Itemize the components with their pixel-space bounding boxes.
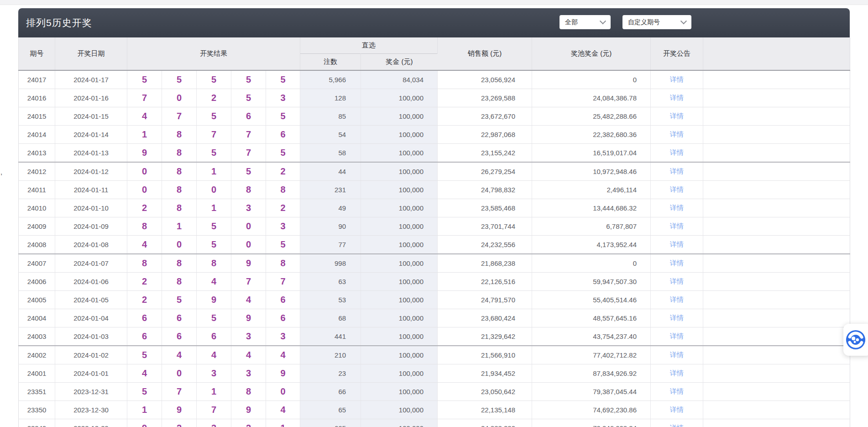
notice-cell: 详情 (651, 181, 703, 199)
result-digit-1: 2 (127, 273, 162, 291)
notice-cell: 详情 (651, 217, 703, 236)
col-header-zhixuan-group: 直选 (300, 37, 438, 54)
sales-cell: 23,680,424 (438, 309, 532, 327)
detail-link[interactable]: 详情 (670, 148, 684, 156)
date-cell: 2024-01-06 (55, 273, 127, 291)
filler-cell (703, 181, 850, 199)
result-digit-2: 8 (162, 144, 197, 163)
result-digit-3: 5 (197, 236, 231, 254)
pool-cell: 10,972,948.46 (532, 162, 651, 181)
result-digit-3: 6 (197, 327, 231, 346)
detail-link[interactable]: 详情 (670, 351, 684, 358)
detail-link[interactable]: 详情 (670, 277, 684, 285)
col-header-pool: 奖池奖金 (元) (532, 37, 651, 70)
result-digit-5: 5 (266, 70, 300, 89)
period-cell: 24015 (19, 107, 55, 126)
filter-all-value: 全部 (565, 18, 578, 26)
result-digit-2: 0 (162, 89, 197, 107)
filler-cell (703, 107, 850, 126)
sales-cell: 23,585,468 (438, 199, 532, 217)
detail-link[interactable]: 详情 (670, 259, 684, 267)
table-row: 240082024-01-084050577100,00024,232,5564… (19, 236, 850, 254)
detail-link[interactable]: 详情 (670, 424, 684, 427)
bets-cell: 77 (300, 236, 361, 254)
result-digit-4: 3 (231, 327, 266, 346)
pool-cell: 25,482,288.66 (532, 107, 651, 126)
period-cell: 24013 (19, 144, 55, 163)
filler-cell (703, 401, 850, 419)
detail-link[interactable]: 详情 (670, 185, 684, 193)
result-digit-4: 5 (231, 70, 266, 89)
detail-link[interactable]: 详情 (670, 130, 684, 138)
result-digit-4: 2 (231, 419, 266, 427)
detail-link[interactable]: 详情 (670, 240, 684, 248)
prize-cell: 100,000 (361, 107, 438, 126)
detail-link[interactable]: 详情 (670, 314, 684, 322)
detail-link[interactable]: 详情 (670, 167, 684, 175)
result-digit-4: 3 (231, 199, 266, 217)
result-digit-2: 8 (162, 254, 197, 273)
detail-link[interactable]: 详情 (670, 75, 684, 83)
notice-cell: 详情 (651, 291, 703, 309)
bets-cell: 90 (300, 217, 361, 236)
result-digit-1: 5 (127, 70, 162, 89)
notice-cell: 详情 (651, 383, 703, 401)
result-digit-5: 8 (266, 254, 300, 273)
sales-cell: 24,888,280 (438, 419, 532, 427)
detail-link[interactable]: 详情 (670, 387, 684, 395)
prize-cell: 100,000 (361, 419, 438, 427)
result-digit-3: 4 (197, 346, 231, 364)
result-digit-4: 0 (231, 236, 266, 254)
bets-cell: 65 (300, 401, 361, 419)
result-digit-3: 3 (197, 364, 231, 383)
sales-cell: 23,050,642 (438, 383, 532, 401)
result-digit-2: 4 (162, 346, 197, 364)
filler-cell (703, 70, 850, 89)
detail-link[interactable]: 详情 (670, 222, 684, 230)
bets-cell: 5,966 (300, 70, 361, 89)
date-cell: 2024-01-03 (55, 327, 127, 346)
detail-link[interactable]: 详情 (670, 406, 684, 413)
result-digit-3: 7 (197, 401, 231, 419)
prize-cell: 100,000 (361, 162, 438, 181)
detail-link[interactable]: 详情 (670, 204, 684, 211)
filter-dropdown-all[interactable]: 全部 (559, 15, 611, 29)
notice-cell: 详情 (651, 327, 703, 346)
filler-cell (703, 346, 850, 364)
detail-link[interactable]: 详情 (670, 295, 684, 303)
detail-link[interactable]: 详情 (670, 112, 684, 120)
notice-cell: 详情 (651, 144, 703, 163)
notice-cell: 详情 (651, 419, 703, 427)
result-digit-5: 5 (266, 236, 300, 254)
table-row: 240112024-01-1108088231100,00024,798,832… (19, 181, 850, 199)
result-digit-2: 8 (162, 162, 197, 181)
detail-link[interactable]: 详情 (670, 94, 684, 101)
bets-cell: 998 (300, 254, 361, 273)
result-digit-3: 0 (197, 181, 231, 199)
detail-link[interactable]: 详情 (670, 369, 684, 377)
bets-cell: 66 (300, 383, 361, 401)
table-body: 240172024-01-17555555,96684,03423,056,92… (19, 70, 850, 427)
result-digit-2: 7 (162, 383, 197, 401)
notice-cell: 详情 (651, 273, 703, 291)
detail-link[interactable]: 详情 (670, 332, 684, 340)
filter-dropdown-period[interactable]: 自定义期号 (622, 15, 691, 29)
date-cell: 2024-01-16 (55, 89, 127, 107)
notice-cell: 详情 (651, 70, 703, 89)
result-digit-3: 1 (197, 383, 231, 401)
period-cell: 23349 (19, 419, 55, 427)
result-digit-3: 9 (197, 291, 231, 309)
result-digit-4: 4 (231, 346, 266, 364)
floating-extension-widget[interactable] (843, 324, 868, 356)
result-digit-2: 8 (162, 273, 197, 291)
blue-logo-icon (845, 329, 866, 350)
table-row: 240042024-01-046659668100,00023,680,4244… (19, 309, 850, 327)
sales-cell: 23,269,588 (438, 89, 532, 107)
result-digit-4: 8 (231, 383, 266, 401)
card-header: 排列5历史开奖 全部 自定义期号 (18, 8, 850, 37)
result-digit-3: 5 (197, 144, 231, 163)
prize-cell: 100,000 (361, 89, 438, 107)
table-row: 240012024-01-014033923100,00021,934,4528… (19, 364, 850, 383)
sales-cell: 21,934,452 (438, 364, 532, 383)
date-cell: 2024-01-17 (55, 70, 127, 89)
